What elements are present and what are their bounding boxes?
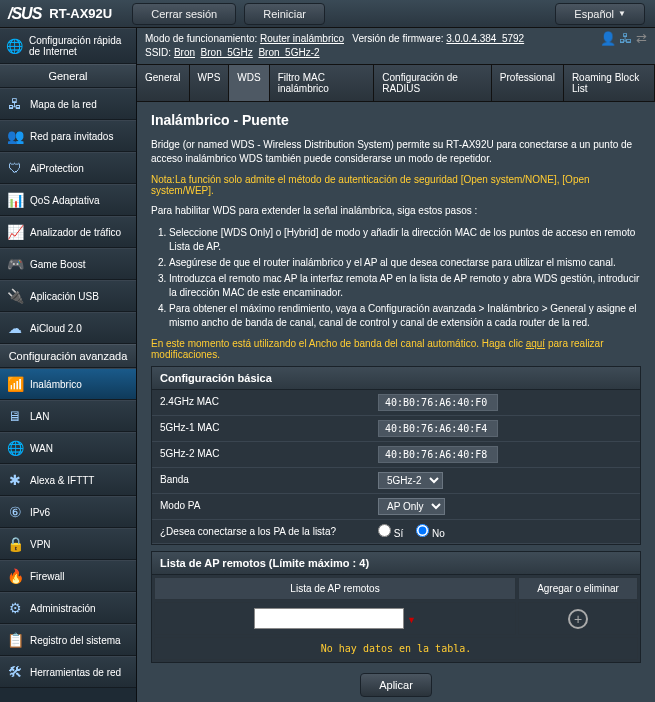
sidebar-icon: ☁ <box>6 319 24 337</box>
page-description: Bridge (or named WDS - Wireless Distribu… <box>151 138 641 166</box>
sidebar-header-general: General <box>0 64 136 88</box>
brand-logo: /SUS <box>0 5 49 23</box>
apmode-label: Modo PA <box>152 494 372 519</box>
apmode-select[interactable]: AP Only <box>378 498 445 515</box>
no-data-message: No hay datos en la tabla. <box>154 637 638 660</box>
sidebar-item[interactable]: 🛠Herramientas de red <box>0 656 136 688</box>
mode-label: Modo de funcionamiento: <box>145 33 257 44</box>
sidebar-item[interactable]: 📈Analizador de tráfico <box>0 216 136 248</box>
steps-list: Seleccione [WDS Only] o [Hybrid] de modo… <box>169 226 641 330</box>
sidebar-item[interactable]: ⑥IPv6 <box>0 496 136 528</box>
ssid-2[interactable]: Bron_5GHz <box>201 47 253 58</box>
sidebar-item-label: Herramientas de red <box>30 667 121 678</box>
sidebar-item-label: AiCloud 2.0 <box>30 323 82 334</box>
ap-mac-input[interactable] <box>254 608 404 629</box>
sidebar-item[interactable]: 🖧Mapa de la red <box>0 88 136 120</box>
tab-professional[interactable]: Professional <box>492 65 564 101</box>
link-icon[interactable]: ⇄ <box>636 31 647 46</box>
sidebar-icon: 📋 <box>6 631 24 649</box>
sidebar-item-label: Administración <box>30 603 96 614</box>
sidebar-item-label: WAN <box>30 443 53 454</box>
sidebar-item[interactable]: 🎮Game Boost <box>0 248 136 280</box>
mac52-label: 5GHz-2 MAC <box>152 442 372 467</box>
sidebar-item-label: QoS Adaptativa <box>30 195 100 206</box>
ap-col-list: Lista de AP remotos <box>154 577 516 600</box>
sidebar-item-label: IPv6 <box>30 507 50 518</box>
dropdown-icon[interactable]: ▼ <box>407 615 416 625</box>
sidebar-item[interactable]: ☁AiCloud 2.0 <box>0 312 136 344</box>
sidebar-item[interactable]: ✱Alexa & IFTTT <box>0 464 136 496</box>
sidebar-item-label: AiProtection <box>30 163 84 174</box>
connect-no[interactable]: No <box>416 528 445 539</box>
language-dropdown[interactable]: Español ▼ <box>555 3 645 25</box>
sidebar-item-label: Configuración rápida de Internet <box>29 35 130 57</box>
auto-channel-warning: En este momento está utilizando el Ancho… <box>151 338 641 360</box>
reboot-button[interactable]: Reiniciar <box>244 3 325 25</box>
sidebar-icon: 🖧 <box>6 95 24 113</box>
ssid-3[interactable]: Bron_5GHz-2 <box>258 47 319 58</box>
mac24-value: 40:B0:76:A6:40:F0 <box>378 394 498 411</box>
tab-general[interactable]: General <box>137 65 190 101</box>
sidebar-item-label: VPN <box>30 539 51 550</box>
sidebar-item[interactable]: 📊QoS Adaptativa <box>0 184 136 216</box>
remote-ap-section: Lista de AP remotos (Límite máximo : 4) … <box>151 551 641 663</box>
usb-icon[interactable]: 🖧 <box>619 31 632 46</box>
sidebar-item-label: Alexa & IFTTT <box>30 475 94 486</box>
mac51-value: 40:B0:76:A6:40:F4 <box>378 420 498 437</box>
sidebar-item[interactable]: ⚙Administración <box>0 592 136 624</box>
band-label: Banda <box>152 468 372 493</box>
sidebar-item[interactable]: 🛡AiProtection <box>0 152 136 184</box>
basic-config-header: Configuración básica <box>152 367 640 390</box>
sidebar-item[interactable]: 📋Registro del sistema <box>0 624 136 656</box>
sidebar-quick-setup[interactable]: 🌐 Configuración rápida de Internet <box>0 28 136 64</box>
sidebar-item-label: Analizador de tráfico <box>30 227 121 238</box>
step-item: Seleccione [WDS Only] o [Hybrid] de modo… <box>169 226 641 254</box>
ssid-1[interactable]: Bron <box>174 47 195 58</box>
ssid-label: SSID: <box>145 47 171 58</box>
sidebar-icon: 📶 <box>6 375 24 393</box>
step-item: Para obtener el máximo rendimiento, vaya… <box>169 302 641 330</box>
sidebar-item[interactable]: 🌐WAN <box>0 432 136 464</box>
sidebar-item[interactable]: 🔒VPN <box>0 528 136 560</box>
sidebar-icon: ⑥ <box>6 503 24 521</box>
firmware-label: Versión de firmware: <box>352 33 443 44</box>
sidebar-item-label: Mapa de la red <box>30 99 97 110</box>
sidebar-icon: 🖥 <box>6 407 24 425</box>
chevron-down-icon: ▼ <box>618 9 626 18</box>
language-label: Español <box>574 8 614 20</box>
sidebar-item[interactable]: 👥Red para invitados <box>0 120 136 152</box>
sidebar-icon: 👥 <box>6 127 24 145</box>
mode-value[interactable]: Router inalámbrico <box>260 33 344 44</box>
tab-wds[interactable]: WDS <box>229 65 269 101</box>
sidebar-icon: 🔒 <box>6 535 24 553</box>
firmware-value[interactable]: 3.0.0.4.384_5792 <box>446 33 524 44</box>
sidebar-item-label: Game Boost <box>30 259 86 270</box>
tab-configuración de radius[interactable]: Configuración de RADIUS <box>374 65 492 101</box>
sidebar-item[interactable]: 🔥Firewall <box>0 560 136 592</box>
info-bar: 👤 🖧 ⇄ Modo de funcionamiento: Router ina… <box>137 28 655 64</box>
step-item: Introduzca el remoto mac AP la interfaz … <box>169 272 641 300</box>
ap-col-action: Agregar o eliminar <box>518 577 638 600</box>
sidebar-item[interactable]: 📶Inalámbrico <box>0 368 136 400</box>
user-icon[interactable]: 👤 <box>600 31 616 46</box>
tabs: GeneralWPSWDSFiltro MAC inalámbricoConfi… <box>137 64 655 102</box>
steps-intro: Para habilitar WDS para extender la seña… <box>151 204 641 218</box>
remote-ap-header: Lista de AP remotos (Límite máximo : 4) <box>152 552 640 575</box>
connect-yes[interactable]: Sí <box>378 528 403 539</box>
tab-wps[interactable]: WPS <box>190 65 230 101</box>
sidebar-item[interactable]: 🖥LAN <box>0 400 136 432</box>
sidebar-icon: 📈 <box>6 223 24 241</box>
sidebar-icon: 🎮 <box>6 255 24 273</box>
sidebar-item-label: Aplicación USB <box>30 291 99 302</box>
sidebar-icon: 📊 <box>6 191 24 209</box>
tab-roaming block list[interactable]: Roaming Block List <box>564 65 655 101</box>
logout-button[interactable]: Cerrar sesión <box>132 3 236 25</box>
add-ap-button[interactable]: + <box>568 609 588 629</box>
band-select[interactable]: 5GHz-2 <box>378 472 443 489</box>
tab-filtro mac inalámbrico[interactable]: Filtro MAC inalámbrico <box>270 65 375 101</box>
sidebar-item[interactable]: 🔌Aplicación USB <box>0 280 136 312</box>
sidebar-icon: 🌐 <box>6 439 24 457</box>
modify-link[interactable]: aquí <box>526 338 545 349</box>
sidebar-item-label: Red para invitados <box>30 131 113 142</box>
apply-button[interactable]: Aplicar <box>360 673 432 697</box>
